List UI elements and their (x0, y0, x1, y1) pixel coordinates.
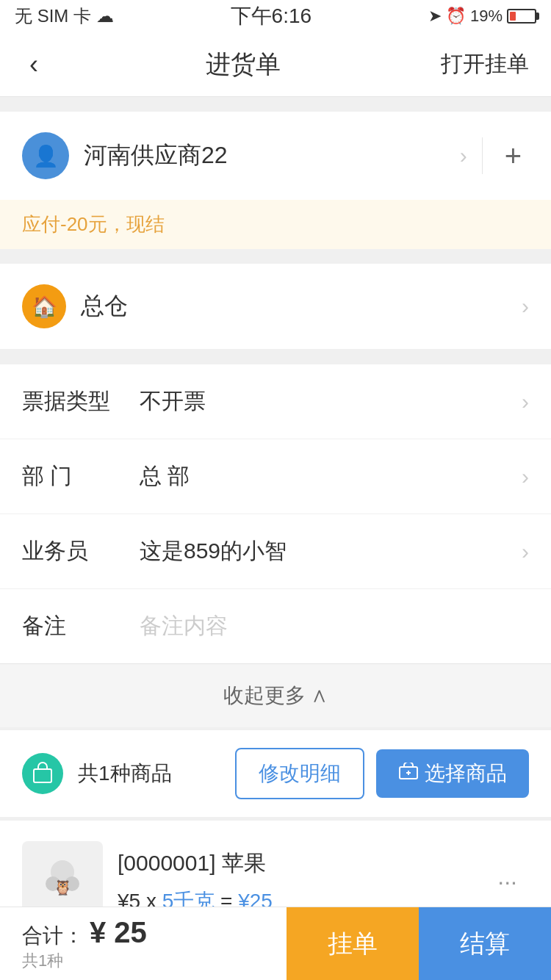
warehouse-name: 总仓 (81, 290, 522, 323)
status-left: 无 SIM 卡 ☁ (15, 4, 114, 28)
remark-row[interactable]: 备注 备注内容 (0, 588, 551, 663)
page-title: 进货单 (206, 48, 281, 82)
invoice-chevron-icon: › (522, 389, 529, 414)
product-info: [0000001] 苹果 ¥5 x 5千克 = ¥25 (118, 849, 486, 915)
cart-icon (398, 762, 419, 785)
total-label: 合计： ¥ 25 (22, 916, 264, 950)
department-chevron-icon: › (522, 464, 529, 489)
total-section: 合计： ¥ 25 共1种 (0, 916, 287, 972)
status-bar: 无 SIM 卡 ☁ 下午6:16 ➤ ⏰ 19% (0, 0, 551, 32)
add-supplier-button[interactable]: + (497, 140, 529, 173)
salesperson-label: 业务员 (22, 536, 125, 566)
department-label: 部 门 (22, 461, 125, 491)
total-amount: ¥ 25 (90, 916, 147, 949)
warehouse-chevron-icon: › (522, 294, 529, 319)
form-section: 票据类型 不开票 › 部 门 总 部 › 业务员 这是859的小智 › 备注 备… (0, 364, 551, 663)
supplier-chevron-icon: › (460, 143, 467, 168)
divider-4 (0, 817, 551, 818)
supplier-avatar: 👤 (22, 132, 69, 179)
bottom-bar: 合计： ¥ 25 共1种 挂单 结算 (0, 907, 551, 980)
salesperson-chevron-icon: › (522, 539, 529, 564)
supplier-section: 👤 河南供应商22 › + 应付-20元，现结 (0, 112, 551, 249)
warehouse-section: 🏠 总仓 › (0, 264, 551, 349)
product-more-button[interactable]: ··· (486, 861, 529, 903)
department-row[interactable]: 部 门 总 部 › (0, 439, 551, 514)
remark-input[interactable]: 备注内容 (140, 611, 529, 641)
back-button[interactable]: ‹ (22, 42, 46, 87)
battery-icon (507, 9, 536, 24)
battery-text: 19% (470, 7, 503, 26)
sim-text: 无 SIM 卡 ☁ (15, 4, 114, 28)
supplier-name[interactable]: 河南供应商22 (84, 140, 460, 172)
divider-2 (0, 349, 551, 364)
location-icon: ➤ (428, 7, 442, 26)
avatar-icon: 👤 (33, 144, 59, 168)
products-count-label: 共1种商品 (78, 760, 235, 788)
invoice-type-row[interactable]: 票据类型 不开票 › (0, 364, 551, 439)
supplier-row: 👤 河南供应商22 › + (0, 112, 551, 200)
edit-details-button[interactable]: 修改明细 (235, 748, 364, 799)
divider-3 (0, 727, 551, 729)
salesperson-row[interactable]: 业务员 这是859的小智 › (0, 514, 551, 588)
top-divider (0, 97, 551, 112)
hold-button[interactable]: 挂单 (287, 907, 419, 981)
divider-1 (0, 249, 551, 264)
warehouse-icon: 🏠 (22, 284, 66, 328)
product-thumb-icon: 🦉 (37, 851, 88, 912)
status-time: 下午6:16 (231, 2, 312, 30)
svg-rect-0 (34, 769, 51, 782)
invoice-type-value: 不开票 (140, 386, 522, 417)
nav-bar: ‹ 进货单 打开挂单 (0, 32, 551, 97)
products-header: 共1种商品 修改明细 选择商品 (0, 730, 551, 817)
supplier-divider (482, 137, 483, 174)
collapse-button[interactable]: 收起更多 ∧ (0, 663, 551, 727)
product-name: [0000001] 苹果 (118, 849, 486, 879)
select-products-label: 选择商品 (425, 760, 507, 788)
svg-text:🦉: 🦉 (54, 879, 72, 896)
products-icon (22, 753, 63, 794)
total-sub-label: 共1种 (22, 950, 264, 972)
alarm-icon: ⏰ (446, 7, 466, 26)
warehouse-row[interactable]: 🏠 总仓 › (0, 264, 551, 349)
invoice-type-label: 票据类型 (22, 386, 125, 417)
salesperson-value: 这是859的小智 (140, 536, 522, 566)
department-value: 总 部 (140, 461, 522, 491)
remark-label: 备注 (22, 611, 125, 641)
pay-button[interactable]: 结算 (419, 907, 551, 981)
status-right: ➤ ⏰ 19% (428, 7, 536, 26)
open-pending-button[interactable]: 打开挂单 (441, 49, 529, 79)
notice-banner: 应付-20元，现结 (0, 200, 551, 249)
total-label-text: 合计： (22, 922, 84, 950)
select-products-button[interactable]: 选择商品 (376, 749, 529, 798)
